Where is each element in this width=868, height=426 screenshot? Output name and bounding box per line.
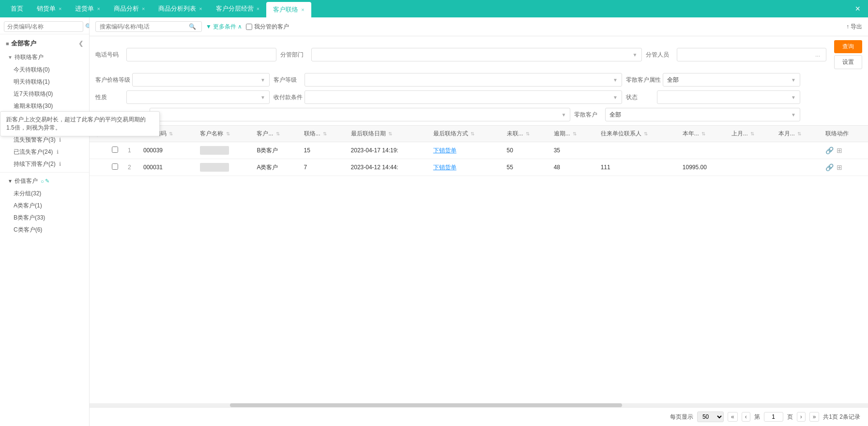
retail-customer-filter: 零散客户 全部 ▼	[574, 108, 800, 121]
unclassified-customers[interactable]: 未分组(32)	[0, 188, 89, 200]
nav-customer-contact[interactable]: 客户联络 ×	[266, 2, 311, 17]
payment-label: 收付款条件	[274, 93, 303, 102]
nav-analysis-list-close[interactable]: ×	[199, 6, 202, 12]
th-code-sort[interactable]: ⇅	[169, 131, 173, 136]
th-this-month-sort[interactable]: ⇅	[797, 131, 801, 136]
search-icon-btn[interactable]: 🔍	[189, 23, 196, 30]
th-contact-count-sort[interactable]: ⇅	[323, 131, 327, 136]
th-last-month[interactable]: 上月... ⇅	[727, 126, 774, 142]
nav-customer-contact-close[interactable]: ×	[301, 7, 304, 13]
th-last-month-sort[interactable]: ⇅	[750, 131, 754, 136]
export-button[interactable]: ↑ 导出	[846, 23, 862, 31]
th-this-month[interactable]: 本月... ⇅	[774, 126, 821, 142]
row2-checkbox[interactable]	[112, 163, 118, 170]
nav-analysis-close[interactable]: ×	[142, 6, 145, 12]
settings-button[interactable]: 设置	[834, 55, 862, 69]
query-button[interactable]: 查询	[834, 40, 862, 53]
per-page-select[interactable]: 50 20 100	[697, 411, 724, 422]
th-this-year-sort[interactable]: ⇅	[701, 131, 705, 136]
sidebar-search-icon[interactable]: 🔍	[85, 23, 90, 30]
app-close-button[interactable]: ×	[851, 4, 864, 14]
value-edit-icon[interactable]: ○	[41, 178, 44, 184]
pending-overdue[interactable]: 逾期未联络(30)	[0, 100, 89, 112]
declining-customers[interactable]: 持续下滑客户(2) ℹ	[0, 158, 89, 170]
row2-last-method[interactable]: 下销货单	[428, 159, 502, 176]
th-last-date-sort[interactable]: ⇅	[388, 131, 392, 136]
person-dots[interactable]: ...	[813, 51, 822, 58]
price-grade-select[interactable]: ▼	[132, 73, 270, 87]
customer-type-select[interactable]: ▼	[150, 108, 570, 121]
row1-link-icon[interactable]: 🔗	[825, 147, 834, 154]
nav-sales[interactable]: 销货单 ×	[30, 0, 68, 17]
lost-customers-icon: ℹ	[57, 149, 59, 155]
row1-checkbox[interactable]	[112, 147, 118, 153]
all-customers-section[interactable]: ■ 全部客户 ❮	[0, 36, 89, 51]
a-class-customers[interactable]: A类客户(1)	[0, 200, 89, 212]
last-page-btn[interactable]: »	[809, 412, 820, 422]
th-company-contacts-sort[interactable]: ⇅	[644, 131, 648, 136]
collapse-icon[interactable]: ❮	[78, 40, 83, 47]
row1-grid-icon[interactable]: ⊞	[837, 147, 842, 154]
row2-checkbox-cell[interactable]	[107, 159, 123, 176]
pending-today[interactable]: 今天待联络(0)	[0, 64, 89, 76]
prev-page-btn[interactable]: ‹	[742, 412, 750, 422]
row1-last-method[interactable]: 下销货单	[428, 142, 502, 159]
customer-grade-select[interactable]: ▼	[305, 73, 622, 87]
row2-link-icon[interactable]: 🔗	[825, 163, 834, 171]
gender-select[interactable]: ▼	[126, 90, 270, 104]
value-customer-header[interactable]: ▼ 价值客户 ○ ✎	[0, 175, 89, 188]
lost-customers[interactable]: 已流失客户(24) ℹ	[0, 146, 89, 158]
scroll-thumb[interactable]	[230, 403, 622, 407]
nav-home[interactable]: 首页	[4, 0, 30, 17]
nav-customer-segment-close[interactable]: ×	[257, 6, 259, 12]
th-type-sort[interactable]: ⇅	[276, 131, 280, 136]
th-last-method-label: 最后联络方式	[433, 130, 468, 137]
th-name-sort[interactable]: ⇅	[226, 131, 230, 136]
c-class-customers[interactable]: C类客户(6)	[0, 224, 89, 236]
retail-customer-select[interactable]: 全部 ▼	[605, 108, 800, 121]
next-page-btn[interactable]: ›	[797, 412, 806, 422]
th-overdue-sort[interactable]: ⇅	[573, 131, 577, 136]
search-input[interactable]	[100, 23, 187, 30]
th-no-contact[interactable]: 未联... ⇅	[502, 126, 549, 142]
th-last-contact-date[interactable]: 最后联络日期 ⇅	[346, 126, 428, 142]
nav-analysis[interactable]: 商品分析 ×	[107, 0, 152, 17]
th-name[interactable]: 客户名称 ⇅	[195, 126, 252, 142]
row2-grid-icon[interactable]: ⊞	[837, 163, 842, 171]
row1-checkbox-cell[interactable]	[107, 142, 123, 159]
page-number-input[interactable]	[764, 412, 783, 422]
pending-7days[interactable]: 近7天待联络(0)	[0, 88, 89, 100]
th-company-contacts[interactable]: 往来单位联系人 ⇅	[596, 126, 678, 142]
payment-select[interactable]: ▼	[305, 90, 622, 104]
nav-purchase-close[interactable]: ×	[97, 6, 100, 12]
nav-sales-close[interactable]: ×	[59, 6, 61, 12]
th-this-year[interactable]: 本年... ⇅	[678, 126, 727, 142]
phone-input[interactable]	[126, 48, 276, 61]
my-customer-checkbox-wrap[interactable]: 我分管的客户	[246, 23, 289, 31]
status-select[interactable]: ▼	[657, 90, 800, 104]
more-conditions-btn[interactable]: ▼ 更多条件 ∧	[206, 23, 242, 31]
nav-purchase[interactable]: 进货单 ×	[68, 0, 107, 17]
my-customer-checkbox[interactable]	[246, 24, 252, 30]
nav-customer-segment[interactable]: 客户分层经营 ×	[209, 0, 266, 17]
th-no-contact-sort[interactable]: ⇅	[526, 131, 530, 136]
pending-tomorrow[interactable]: 明天待联络(1)	[0, 76, 89, 88]
th-type[interactable]: 客户... ⇅	[252, 126, 299, 142]
pending-contact-title[interactable]: ▼ 待联络客户	[0, 51, 89, 64]
customer-table: ⚙ 客户编码 ⇅ 客户名称 ⇅	[90, 126, 868, 176]
sidebar-search-input[interactable]	[4, 21, 83, 32]
nav-analysis-list[interactable]: 商品分析列表 ×	[152, 0, 209, 17]
th-last-method-sort[interactable]: ⇅	[471, 131, 474, 136]
value-settings-icon[interactable]: ✎	[45, 178, 49, 184]
th-overdue[interactable]: 逾期... ⇅	[549, 126, 596, 142]
th-last-contact-method[interactable]: 最后联络方式 ⇅	[428, 126, 502, 142]
pending-arrow: ▼	[8, 55, 13, 60]
b-class-customers[interactable]: B类客户(33)	[0, 212, 89, 224]
dept-select[interactable]: ▼	[311, 48, 642, 61]
row1-this-year	[678, 142, 727, 159]
th-contact-count[interactable]: 联络... ⇅	[299, 126, 346, 142]
horizontal-scrollbar[interactable]	[90, 403, 868, 407]
first-page-btn[interactable]: «	[728, 412, 738, 422]
person-select[interactable]: ...	[677, 48, 827, 61]
retail-attr-select[interactable]: 全部 ▼	[663, 73, 800, 87]
